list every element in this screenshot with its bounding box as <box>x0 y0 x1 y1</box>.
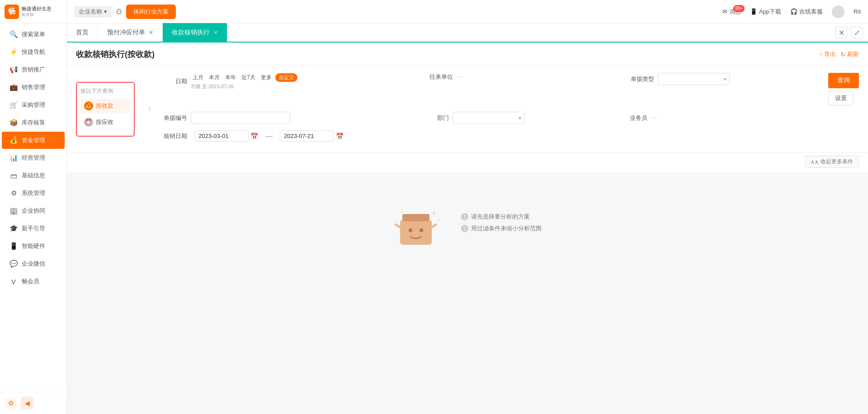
calendar-end-icon[interactable]: 📅 <box>336 133 344 140</box>
sidebar-item-guide[interactable]: 🎓 新手引导 <box>2 220 65 237</box>
sidebar-item-purchase[interactable]: 🛒 采购管理 <box>2 96 65 114</box>
hardware-icon: 📱 <box>9 242 18 250</box>
wechat-icon: 💬 <box>9 260 18 268</box>
sales-label: 业务员 <box>620 114 647 122</box>
svg-point-8 <box>401 211 403 213</box>
message-btn[interactable]: ✉ 消息 99+ <box>722 8 741 16</box>
filter-bottom: ∧∧ 收起更多条件 <box>67 153 868 172</box>
operations-icon: 📊 <box>9 154 18 162</box>
svg-point-3 <box>420 228 423 232</box>
date-custom-btn[interactable]: 自定义 <box>275 73 297 82</box>
tab-home[interactable]: 首页 <box>67 23 98 42</box>
svg-point-2 <box>409 228 412 232</box>
settings-footer-btn[interactable]: ⚙ <box>5 397 17 409</box>
export-icon: ↑ <box>820 51 823 58</box>
setting-btn[interactable]: 设置 <box>828 91 854 105</box>
empty-state: 1 请先选择要分析的方案 2 用过滤条件来缩小分析范围 <box>67 172 868 276</box>
online-service-btn[interactable]: 🎧 在线客服 <box>790 8 823 16</box>
svg-rect-1 <box>402 214 429 221</box>
member-icon: V <box>9 278 18 286</box>
message-badge: 99+ <box>733 5 745 12</box>
main-area: 企业名称 ▾ ⚙ 休闲行业方案 ✉ 消息 99+ 📱 App下载 🎧 在线客服 … <box>67 0 868 414</box>
collapse-conditions-btn[interactable]: ∧∧ 收起更多条件 <box>805 156 859 168</box>
doc-type-select[interactable] <box>658 73 730 85</box>
tab-receivable[interactable]: 收款核销执行 ✕ <box>163 23 227 42</box>
filter-sidebar-title: 按以下方查询 <box>80 87 130 95</box>
finance-icon: 💰 <box>9 136 18 144</box>
sidebar-item-enterprise[interactable]: 🏢 企业协同 <box>2 202 65 219</box>
sidebar-item-hardware[interactable]: 📱 智能硬件 <box>2 238 65 255</box>
tab-close-all-btn[interactable]: ✕ <box>835 27 847 38</box>
refresh-btn[interactable]: ↻ 刷新 <box>840 50 859 58</box>
refresh-icon: ↻ <box>840 51 845 58</box>
filter-by-receipt[interactable]: 💰 按收款 <box>80 99 130 113</box>
tabbar: 首页 预付冲应付单 ✕ 收款核销执行 ✕ ✕ ⤢ <box>67 24 868 43</box>
sidebar-item-search[interactable]: 🔍 搜索菜单 <box>2 26 65 43</box>
tab-prepay[interactable]: 预付冲应付单 ✕ <box>98 23 163 42</box>
query-btn-col: 查询 设置 <box>828 73 859 105</box>
sidebar-item-inventory[interactable]: 📦 库存核算 <box>2 114 65 131</box>
filter-collapse-arrow[interactable]: 《 <box>144 104 153 115</box>
dept-select-wrapper <box>453 112 525 124</box>
empty-svg <box>393 200 443 249</box>
marketing-icon: 📢 <box>9 66 18 74</box>
sidebar-item-system[interactable]: ⚙ 系统管理 <box>2 185 65 202</box>
doc-type-select-wrapper <box>658 73 730 85</box>
collapse-icon: ∧∧ <box>811 159 819 165</box>
dept-select[interactable] <box>453 112 525 124</box>
user-avatar[interactable] <box>832 5 844 18</box>
dept-label: 部门 <box>422 114 449 122</box>
industry-btn[interactable]: 休闲行业方案 <box>126 5 176 19</box>
sidebar-logo: 畅 畅捷通好生意 标准版 <box>0 0 66 24</box>
page-content: 收款核销执行(按收款) ↑ 导出 ↻ 刷新 按以下方查询 <box>67 43 868 414</box>
page-title: 收款核销执行(按收款) <box>76 49 155 65</box>
date-last-month[interactable]: 上月 <box>191 73 205 82</box>
date-label: 日期 <box>160 77 187 86</box>
gear-icon[interactable]: ⚙ <box>115 7 123 17</box>
export-btn[interactable]: ↑ 导出 <box>820 50 836 58</box>
sidebar-item-member[interactable]: V 畅会员 <box>2 273 65 290</box>
tab-receivable-close[interactable]: ✕ <box>213 29 218 36</box>
sidebar-item-basic-info[interactable]: 🗃 基础信息 <box>2 167 65 184</box>
verify-date-row: 核销日期 document.querySelector('[data-name=… <box>160 130 859 142</box>
purchase-icon: 🛒 <box>9 101 18 109</box>
verify-date-start-input[interactable] <box>194 130 249 142</box>
tab-expand-btn[interactable]: ⤢ <box>851 27 863 38</box>
topbar-right: ✉ 消息 99+ 📱 App下载 🎧 在线客服 Rit <box>722 5 861 18</box>
company-selector[interactable]: 企业名称 ▾ <box>74 6 112 18</box>
date-more[interactable]: 更多 <box>259 73 274 82</box>
date-this-year[interactable]: 本年 <box>223 73 238 82</box>
sidebar-item-finance[interactable]: 💰 资金管理 <box>2 132 65 149</box>
filter-sidebar-wrapper: 按以下方查询 💰 按收款 ⏰ 按应收 《 <box>76 73 153 145</box>
sidebar-item-wechat[interactable]: 💬 企业微信 <box>2 255 65 272</box>
page-header: 收款核销执行(按收款) ↑ 导出 ↻ 刷新 <box>67 43 868 66</box>
inventory-icon: 📦 <box>9 119 18 127</box>
date-no-limit: 不限 至 2023-07-26 <box>191 83 297 90</box>
sidebar-item-operations[interactable]: 📊 经营管理 <box>2 149 65 167</box>
counterpart-label: 往来单位 <box>426 73 453 81</box>
date-7-days[interactable]: 近7天 <box>240 73 257 82</box>
svg-point-6 <box>433 212 435 214</box>
date-quick-buttons: 上月 本月 本年 近7天 更多 自定义 <box>191 73 297 82</box>
verify-date-end-input[interactable] <box>280 130 334 142</box>
date-this-month[interactable]: 本月 <box>207 73 222 82</box>
calendar-start-icon[interactable]: 📅 <box>250 133 258 140</box>
empty-tips: 1 请先选择要分析的方案 2 用过滤条件来缩小分析范围 <box>461 213 542 236</box>
doc-no-input[interactable] <box>191 112 290 124</box>
sidebar-item-sales[interactable]: 💼 销售管理 <box>2 79 65 96</box>
logo-icon: 畅 <box>5 5 19 19</box>
filter-by-receivable[interactable]: ⏰ 按应收 <box>80 115 130 129</box>
counterpart-dots: ··· <box>457 73 462 81</box>
system-icon: ⚙ <box>9 189 18 197</box>
sidebar-item-marketing[interactable]: 📢 营销推广 <box>2 61 65 78</box>
filter-sidebar: 按以下方查询 💰 按收款 ⏰ 按应收 <box>76 82 135 137</box>
basic-info-icon: 🗃 <box>9 172 18 180</box>
sidebar-collapse-btn[interactable]: ◀ <box>21 397 33 409</box>
filter-form: 日期 上月 本月 本年 近7天 更多 自定义 不限 至 <box>160 73 859 145</box>
search-icon: 🔍 <box>9 30 18 38</box>
date-dash: — <box>265 132 273 140</box>
tab-prepay-close[interactable]: ✕ <box>149 29 153 36</box>
query-btn[interactable]: 查询 <box>828 73 859 88</box>
sidebar-item-quicknav[interactable]: ⚡ 快捷导航 <box>2 43 65 61</box>
app-download-btn[interactable]: 📱 App下载 <box>750 8 781 16</box>
